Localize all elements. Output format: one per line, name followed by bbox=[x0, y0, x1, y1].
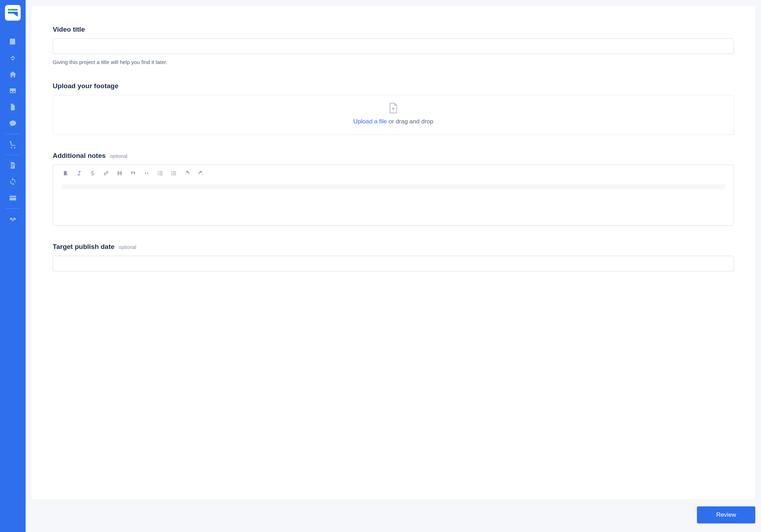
nav-home[interactable] bbox=[0, 66, 26, 83]
enter-icon bbox=[9, 38, 17, 46]
upload-text: Upload a file or drag and drop bbox=[353, 118, 434, 125]
review-button[interactable]: Review bbox=[697, 506, 755, 523]
field-video-title: Video title Giving this project a title … bbox=[53, 26, 734, 65]
handshake-icon bbox=[9, 54, 17, 62]
bold-icon bbox=[62, 170, 69, 176]
nav-cart[interactable] bbox=[0, 136, 26, 153]
footer-actions: Review bbox=[31, 506, 755, 523]
nav-file[interactable] bbox=[0, 99, 26, 115]
nav-divider-3 bbox=[6, 208, 20, 209]
link-icon bbox=[103, 170, 109, 176]
sync-icon bbox=[9, 178, 17, 186]
quote-button[interactable] bbox=[130, 170, 136, 176]
file-icon bbox=[9, 103, 17, 111]
nav-handshake[interactable] bbox=[0, 50, 26, 66]
publish-date-label: Target publish date bbox=[53, 243, 115, 251]
undo-button[interactable] bbox=[184, 170, 190, 176]
document-icon bbox=[9, 161, 17, 169]
nav-document[interactable] bbox=[0, 157, 26, 174]
redo-button[interactable] bbox=[198, 170, 204, 176]
nav-divider bbox=[6, 134, 20, 134]
main-content: Video title Giving this project a title … bbox=[26, 0, 761, 532]
card-icon bbox=[9, 194, 17, 202]
strike-button[interactable] bbox=[89, 170, 96, 176]
undo-icon bbox=[184, 170, 190, 176]
italic-button[interactable] bbox=[76, 170, 82, 176]
field-notes: Additional notes optional bbox=[53, 152, 734, 226]
inbox-icon bbox=[9, 87, 17, 95]
strike-icon bbox=[89, 170, 96, 176]
code-button[interactable] bbox=[143, 170, 150, 176]
italic-icon bbox=[76, 170, 82, 176]
nav-chat[interactable] bbox=[0, 115, 26, 132]
code-icon bbox=[143, 170, 150, 176]
video-title-input[interactable] bbox=[53, 38, 734, 54]
chat-icon bbox=[9, 119, 17, 127]
notes-textarea[interactable] bbox=[53, 181, 734, 225]
field-upload: Upload your footage Upload a file or dra… bbox=[53, 82, 734, 135]
nav-card[interactable] bbox=[0, 190, 26, 206]
ol-button[interactable] bbox=[170, 170, 177, 176]
file-upload-icon bbox=[388, 102, 398, 114]
video-title-label: Video title bbox=[53, 26, 85, 33]
publish-date-input[interactable] bbox=[53, 256, 734, 271]
notes-editor bbox=[53, 165, 734, 226]
video-title-helper: Giving this project a title will help yo… bbox=[53, 59, 734, 65]
ul-button[interactable] bbox=[157, 170, 163, 176]
nav-partners[interactable] bbox=[0, 211, 26, 227]
home-icon bbox=[9, 70, 17, 78]
nav-inbox[interactable] bbox=[0, 83, 26, 99]
field-publish-date: Target publish date optional bbox=[53, 243, 734, 271]
upload-label: Upload your footage bbox=[53, 82, 119, 90]
redo-icon bbox=[198, 170, 204, 176]
nav-divider-2 bbox=[6, 155, 20, 155]
ol-icon bbox=[170, 170, 177, 176]
heading-icon bbox=[116, 170, 123, 176]
publish-date-optional: optional bbox=[119, 244, 136, 250]
upload-dropzone[interactable]: Upload a file or drag and drop bbox=[53, 95, 734, 135]
quote-icon bbox=[130, 170, 136, 176]
bold-button[interactable] bbox=[62, 170, 69, 176]
cart-icon bbox=[9, 140, 17, 148]
ul-icon bbox=[157, 170, 163, 176]
partners-icon bbox=[9, 215, 17, 223]
upload-rest: or drag and drop bbox=[387, 118, 433, 125]
sidebar bbox=[0, 0, 26, 532]
notes-optional: optional bbox=[110, 153, 127, 159]
heading-button[interactable] bbox=[116, 170, 123, 176]
nav-sync[interactable] bbox=[0, 174, 26, 190]
editor-placeholder-line bbox=[62, 184, 725, 189]
form-card: Video title Giving this project a title … bbox=[31, 6, 755, 499]
nav-enter[interactable] bbox=[0, 33, 26, 50]
upload-link[interactable]: Upload a file bbox=[353, 118, 387, 125]
notes-label: Additional notes bbox=[53, 152, 106, 160]
editor-toolbar bbox=[53, 165, 734, 181]
link-button[interactable] bbox=[103, 170, 109, 176]
app-logo[interactable] bbox=[5, 5, 21, 21]
